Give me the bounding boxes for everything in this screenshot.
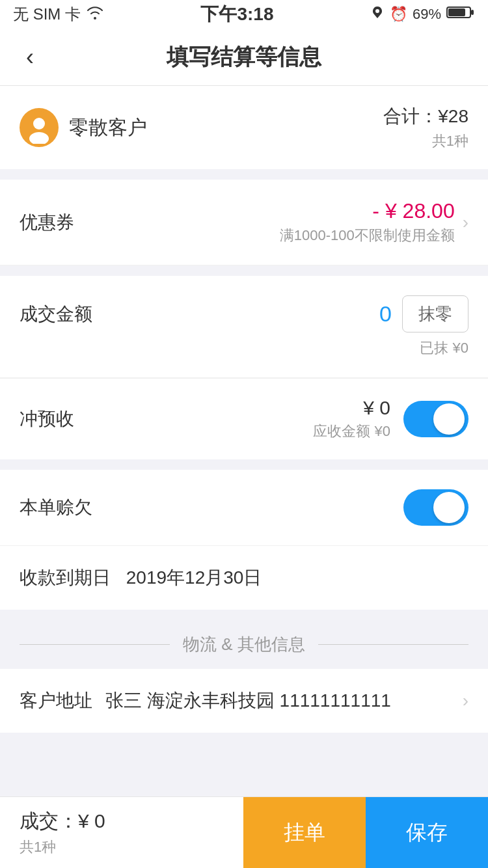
separator-3: [0, 610, 488, 620]
battery-level: 69%: [413, 6, 441, 23]
separator-1: [0, 265, 488, 276]
prepay-sub: 应收金额 ¥0: [313, 422, 390, 441]
already-zero-label: 已抹 ¥0: [420, 340, 468, 356]
address-chevron: ›: [463, 690, 468, 711]
voucher-row[interactable]: 优惠券 - ¥ 28.00 满1000-100不限制使用金额 ›: [0, 180, 488, 265]
customer-summary: 合计：¥28 共1种: [383, 104, 468, 151]
round-zero-button[interactable]: 抹零: [402, 295, 468, 332]
prepay-toggle[interactable]: [403, 401, 468, 437]
bottom-deal-label: 成交：¥ 0: [20, 808, 224, 835]
bottom-bar: 成交：¥ 0 共1种 挂单 保存: [0, 796, 488, 868]
hang-button[interactable]: 挂单: [243, 797, 366, 869]
back-button[interactable]: ‹: [20, 37, 40, 77]
location-icon: [370, 5, 385, 23]
prepay-row: 冲预收 ¥ 0 应收金额 ¥0: [0, 378, 488, 459]
debt-toggle-knob: [433, 492, 465, 523]
page-title: 填写结算等信息: [167, 42, 321, 72]
due-date-row[interactable]: 收款到期日 2019年12月30日: [0, 545, 488, 610]
sim-label: 无 SIM 卡: [13, 4, 81, 25]
prepay-top: 冲预收 ¥ 0 应收金额 ¥0: [20, 397, 468, 441]
debt-label: 本单赊欠: [20, 495, 92, 520]
prepay-right: ¥ 0 应收金额 ¥0: [313, 397, 468, 441]
voucher-chevron: ›: [463, 212, 468, 233]
logistics-header: 物流 & 其他信息: [0, 620, 488, 669]
due-date-label: 收款到期日: [20, 567, 111, 588]
voucher-detail: - ¥ 28.00 满1000-100不限制使用金额: [280, 199, 455, 245]
svg-point-4: [33, 118, 45, 129]
due-date-value: 2019年12月30日: [126, 567, 262, 588]
logistics-line-left: [20, 644, 170, 645]
deal-label: 成交金额: [20, 302, 92, 327]
deal-value[interactable]: 0: [366, 301, 392, 327]
logistics-line-right: [318, 644, 468, 645]
separator-2: [0, 459, 488, 470]
status-bar: 无 SIM 卡 下午3:18 ⏰ 69%: [0, 0, 488, 29]
prepay-label: 冲预收: [20, 407, 74, 431]
status-right: ⏰ 69%: [370, 5, 475, 23]
avatar: [20, 108, 59, 147]
bottom-count: 共1种: [20, 837, 224, 857]
customer-name: 零散客户: [69, 115, 147, 141]
deal-amount-row: 成交金额 0 抹零 已抹 ¥0: [0, 276, 488, 378]
toggle-knob: [433, 403, 465, 435]
address-label: 客户地址: [20, 688, 92, 713]
alarm-icon: ⏰: [390, 6, 407, 23]
deal-amount-controls: 0 抹零: [366, 295, 468, 332]
debt-row: 本单赊欠: [0, 470, 488, 545]
voucher-amount: - ¥ 28.00: [280, 199, 455, 223]
prepay-amounts: ¥ 0 应收金额 ¥0: [313, 397, 390, 441]
nav-bar: ‹ 填写结算等信息: [0, 29, 488, 86]
svg-rect-2: [471, 10, 474, 15]
total-amount: 合计：¥28: [383, 104, 468, 129]
bottom-left: 成交：¥ 0 共1种: [0, 808, 243, 857]
address-value: 张三 海淀永丰科技园 11111111111: [105, 688, 463, 713]
svg-rect-1: [448, 8, 465, 16]
customer-left: 零散客户: [20, 108, 147, 147]
status-left: 无 SIM 卡: [13, 4, 104, 25]
save-button[interactable]: 保存: [366, 797, 488, 869]
main-content: 零散客户 合计：¥28 共1种 优惠券 - ¥ 28.00 满1000-100不…: [0, 86, 488, 811]
address-row[interactable]: 客户地址 张三 海淀永丰科技园 11111111111 ›: [0, 669, 488, 733]
customer-row[interactable]: 零散客户 合计：¥28 共1种: [0, 86, 488, 169]
debt-toggle[interactable]: [403, 489, 468, 526]
battery-icon: [446, 5, 475, 23]
status-time: 下午3:18: [200, 2, 273, 27]
voucher-desc: 满1000-100不限制使用金额: [280, 226, 455, 245]
logistics-title: 物流 & 其他信息: [183, 633, 305, 656]
prepay-amount: ¥ 0: [313, 397, 390, 419]
total-count: 共1种: [383, 131, 468, 151]
wifi-icon: [86, 5, 104, 23]
voucher-label: 优惠券: [20, 210, 74, 235]
